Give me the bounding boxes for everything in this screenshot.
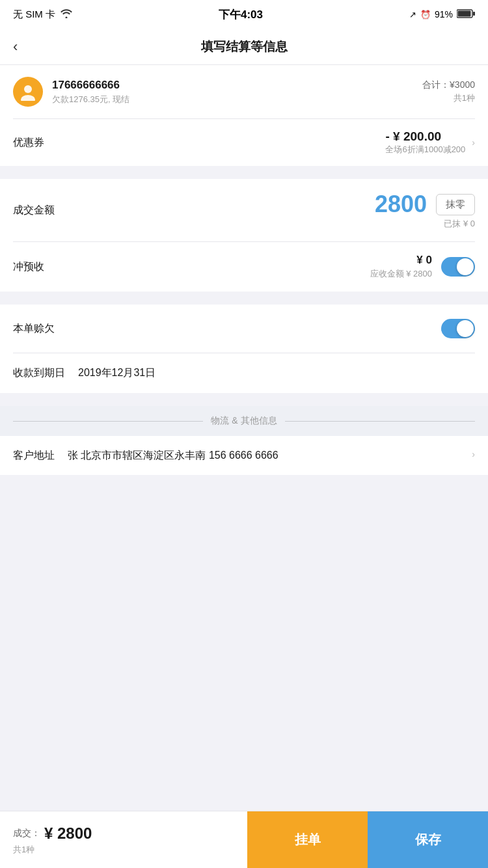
debt-toggle[interactable]: [441, 319, 475, 338]
address-section: 客户地址 张 北京市市辖区海淀区永丰南 156 6666 6666 ›: [0, 436, 488, 475]
due-date-label: 收款到期日: [13, 366, 65, 380]
transaction-sub: 已抹 ¥ 0: [444, 218, 475, 230]
logistics-text: 物流 & 其他信息: [211, 415, 277, 427]
no-sim-label: 无 SIM 卡: [13, 8, 55, 21]
svg-point-3: [24, 85, 32, 93]
chevron-right-icon: ›: [472, 137, 475, 148]
advance-row: 冲预收 ¥ 0 应收金额 ¥ 2800: [0, 242, 488, 292]
coupon-discount: - ¥ 200.00: [385, 129, 465, 144]
transaction-right: 2800 抹零 已抹 ¥ 0: [375, 191, 475, 230]
coupon-right: - ¥ 200.00 全场6折满1000减200 ›: [385, 129, 475, 156]
debt-toggle-knob: [457, 320, 474, 337]
svg-rect-2: [473, 12, 475, 16]
avatar: [13, 77, 43, 107]
hang-order-button[interactable]: 挂单: [247, 811, 368, 869]
battery-percent: 91%: [435, 9, 453, 20]
svg-point-4: [21, 95, 35, 101]
gap-1: [0, 172, 488, 179]
line-right: [285, 421, 475, 422]
customer-left: 17666666666 欠款1276.35元, 现结: [13, 77, 129, 107]
summary-top: 成交： ¥ 2800: [13, 824, 234, 843]
advance-right: ¥ 0 应收金额 ¥ 2800: [370, 254, 475, 280]
transaction-amount-row: 成交金额 2800 抹零 已抹 ¥ 0: [0, 179, 488, 241]
location-icon: ↗: [409, 10, 416, 20]
advance-main-amount: ¥ 0: [370, 254, 432, 267]
back-button[interactable]: ‹: [13, 38, 18, 55]
logistics-divider: 物流 & 其他信息: [0, 406, 488, 436]
customer-right: 合计：¥3000 共1种: [422, 79, 475, 104]
status-time: 下午4:03: [219, 7, 263, 22]
status-left: 无 SIM 卡: [13, 8, 72, 21]
svg-rect-1: [457, 10, 470, 16]
address-label: 客户地址: [13, 448, 55, 463]
transaction-amount: 2800: [375, 191, 427, 218]
total-count: 共1种: [422, 92, 475, 104]
debt-label: 本单赊欠: [13, 322, 55, 336]
content: 17666666666 欠款1276.35元, 现结 合计：¥3000 共1种 …: [0, 65, 488, 657]
coupon-row[interactable]: 优惠券 - ¥ 200.00 全场6折满1000减200 ›: [0, 119, 488, 166]
nav-bar: ‹ 填写结算等信息: [0, 29, 488, 65]
round-zero-button[interactable]: 抹零: [436, 194, 475, 215]
toggle-knob: [457, 258, 474, 275]
bottom-summary: 成交： ¥ 2800 共1种: [0, 818, 247, 862]
summary-amount: ¥ 2800: [44, 824, 92, 843]
advance-label: 冲预收: [13, 260, 44, 274]
transaction-label: 成交金额: [13, 204, 55, 217]
summary-label: 成交：: [13, 828, 40, 839]
summary-count: 共1种: [13, 844, 234, 856]
line-left: [13, 421, 203, 422]
due-date-value: 2019年12月31日: [78, 366, 156, 380]
address-row[interactable]: 客户地址 张 北京市市辖区海淀区永丰南 156 6666 6666 ›: [0, 436, 488, 475]
status-bar: 无 SIM 卡 下午4:03 ↗ ⏰ 91%: [0, 0, 488, 29]
address-value: 张 北京市市辖区海淀区永丰南 156 6666 6666: [68, 448, 465, 463]
advance-toggle[interactable]: [441, 257, 475, 277]
advance-top: 冲预收 ¥ 0 应收金额 ¥ 2800: [13, 254, 475, 280]
gap-3: [0, 400, 488, 406]
page-title: 填写结算等信息: [201, 38, 288, 55]
gap-2: [0, 298, 488, 305]
advance-sub-amount: 应收金额 ¥ 2800: [370, 268, 432, 280]
coupon-info: - ¥ 200.00 全场6折满1000减200: [385, 129, 465, 156]
due-date-row: 收款到期日 2019年12月31日: [0, 353, 488, 393]
bottom-bar: 成交： ¥ 2800 共1种 挂单 保存: [0, 811, 488, 868]
customer-info: 17666666666 欠款1276.35元, 现结: [52, 79, 129, 105]
coupon-label: 优惠券: [13, 136, 44, 150]
total-label: 合计：¥3000: [422, 79, 475, 91]
customer-section: 17666666666 欠款1276.35元, 现结 合计：¥3000 共1种 …: [0, 65, 488, 166]
debt-row: 本单赊欠: [0, 305, 488, 353]
alarm-icon: ⏰: [420, 10, 431, 20]
battery-icon: [457, 9, 475, 20]
status-right: ↗ ⏰ 91%: [409, 9, 475, 20]
customer-phone: 17666666666: [52, 79, 129, 92]
save-button[interactable]: 保存: [368, 811, 488, 869]
transaction-section: 成交金额 2800 抹零 已抹 ¥ 0 冲预收 ¥ 0 应收金额 ¥ 2800: [0, 179, 488, 292]
debt-section: 本单赊欠 收款到期日 2019年12月31日: [0, 305, 488, 393]
coupon-desc: 全场6折满1000减200: [385, 144, 465, 156]
customer-debt: 欠款1276.35元, 现结: [52, 94, 129, 105]
customer-row: 17666666666 欠款1276.35元, 现结 合计：¥3000 共1种: [0, 65, 488, 118]
empty-space: [0, 481, 488, 599]
advance-amounts: ¥ 0 应收金额 ¥ 2800: [370, 254, 432, 280]
address-chevron-icon: ›: [472, 448, 475, 459]
wifi-icon: [61, 9, 72, 20]
